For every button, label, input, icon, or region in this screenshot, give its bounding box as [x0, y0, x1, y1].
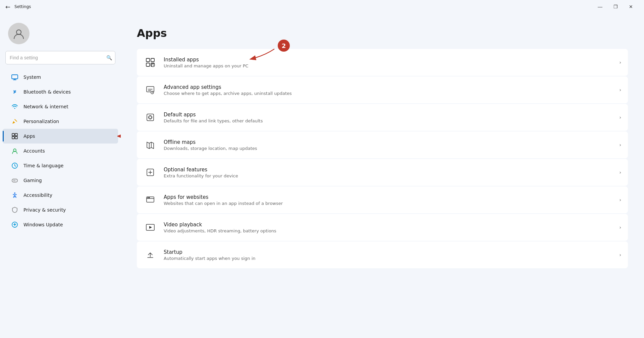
sidebar-item-gaming[interactable]: Gaming: [3, 173, 118, 188]
advanced-app-icon: [144, 83, 157, 97]
titlebar: ← Settings — ❐ ✕: [0, 0, 644, 13]
sidebar-item-system[interactable]: System: [3, 70, 118, 84]
advanced-app-text: Advanced app settings Choose where to ge…: [164, 84, 612, 96]
maximize-button[interactable]: ❐: [608, 0, 623, 13]
svg-rect-11: [12, 179, 17, 182]
personalization-label: Personalization: [23, 119, 59, 124]
default-apps-chevron: ›: [619, 115, 621, 120]
system-icon: [11, 73, 19, 81]
settings-item-advanced[interactable]: Advanced app settings Choose where to ge…: [137, 76, 628, 103]
default-apps-icon: [144, 111, 157, 124]
avatar[interactable]: [8, 23, 30, 44]
svg-rect-3: [12, 133, 14, 136]
advanced-app-chevron: ›: [619, 87, 621, 93]
settings-item-installed-apps[interactable]: Installed apps Uninstall and manage apps…: [137, 49, 628, 76]
settings-item-apps-for-websites[interactable]: Apps for websites Websites that can open…: [137, 186, 628, 213]
settings-item-startup[interactable]: Startup Automatically start apps when yo…: [137, 241, 628, 268]
svg-point-13: [14, 192, 15, 194]
sidebar-apps-wrapper: Apps 1: [0, 129, 121, 144]
startup-title: Startup: [164, 249, 612, 255]
offline-maps-icon: [144, 138, 157, 152]
accessibility-label: Accessibility: [23, 192, 52, 198]
installed-apps-desc: Uninstall and manage apps on your PC: [164, 63, 612, 68]
sidebar-item-apps[interactable]: Apps: [3, 129, 118, 144]
settings-item-optional-features[interactable]: Optional features Extra functionality fo…: [137, 159, 628, 186]
apps-label: Apps: [23, 133, 35, 139]
apps-for-websites-desc: Websites that can open in an app instead…: [164, 201, 612, 206]
system-label: System: [23, 74, 41, 80]
search-box: 🔍: [5, 51, 115, 64]
sidebar-item-privacy[interactable]: Privacy & security: [3, 203, 118, 217]
settings-list: Installed apps Uninstall and manage apps…: [137, 49, 628, 268]
startup-chevron: ›: [619, 252, 621, 258]
svg-rect-15: [146, 58, 150, 62]
advanced-app-desc: Choose where to get apps, archive apps, …: [164, 91, 612, 96]
update-icon: [11, 221, 19, 229]
svg-point-12: [15, 180, 16, 181]
app-body: 🔍 System Bl: [0, 13, 644, 338]
video-playback-desc: Video adjustments, HDR streaming, batter…: [164, 228, 612, 233]
network-label: Network & internet: [23, 104, 68, 109]
video-playback-chevron: ›: [619, 225, 621, 230]
offline-maps-text: Offline maps Downloads, storage location…: [164, 139, 612, 151]
installed-apps-title: Installed apps: [164, 57, 612, 63]
optional-features-icon: [144, 166, 157, 179]
apps-for-websites-title: Apps for websites: [164, 194, 612, 200]
installed-apps-icon: [144, 56, 157, 69]
app-title: Settings: [14, 4, 31, 9]
gaming-icon: [11, 176, 19, 184]
page-title: Apps: [137, 27, 628, 40]
svg-rect-17: [146, 63, 150, 66]
apps-for-websites-text: Apps for websites Websites that can open…: [164, 194, 612, 206]
profile-section: [0, 19, 121, 51]
personalization-icon: [11, 117, 19, 125]
accounts-label: Accounts: [23, 148, 45, 154]
bluetooth-icon: [11, 88, 19, 96]
startup-desc: Automatically start apps when you sign i…: [164, 256, 612, 261]
default-apps-desc: Defaults for file and link types, other …: [164, 118, 612, 123]
gaming-label: Gaming: [23, 178, 42, 183]
back-button[interactable]: ←: [5, 3, 10, 10]
sidebar-item-bluetooth[interactable]: Bluetooth & devices: [3, 84, 118, 99]
network-icon: [11, 103, 19, 111]
offline-maps-desc: Downloads, storage location, map updates: [164, 146, 612, 151]
apps-for-websites-chevron: ›: [619, 197, 621, 203]
default-apps-title: Default apps: [164, 112, 612, 118]
sidebar-item-time[interactable]: Time & language: [3, 158, 118, 173]
optional-features-desc: Extra functionality for your device: [164, 173, 612, 178]
svg-point-0: [16, 30, 21, 35]
svg-marker-30: [149, 226, 152, 229]
accounts-icon: [11, 147, 19, 155]
privacy-icon: [11, 206, 19, 214]
search-icon: 🔍: [106, 55, 112, 60]
sidebar-nav: System Bluetooth & devices: [0, 70, 121, 232]
advanced-app-title: Advanced app settings: [164, 84, 612, 90]
bluetooth-label: Bluetooth & devices: [23, 89, 71, 95]
sidebar-item-update[interactable]: Windows Update: [3, 217, 118, 232]
svg-rect-23: [147, 114, 154, 121]
settings-item-video-playback[interactable]: Video playback Video adjustments, HDR st…: [137, 214, 628, 241]
search-input[interactable]: [5, 51, 115, 64]
sidebar-item-network[interactable]: Network & internet: [3, 99, 118, 114]
video-playback-text: Video playback Video adjustments, HDR st…: [164, 222, 612, 233]
optional-features-title: Optional features: [164, 167, 612, 173]
minimize-button[interactable]: —: [592, 0, 608, 13]
apps-for-websites-icon: [144, 193, 157, 207]
settings-item-default-apps[interactable]: Default apps Defaults for file and link …: [137, 104, 628, 131]
update-label: Windows Update: [23, 222, 63, 227]
sidebar-item-accessibility[interactable]: Accessibility: [3, 188, 118, 203]
sidebar-item-accounts[interactable]: Accounts: [3, 144, 118, 158]
close-button[interactable]: ✕: [623, 0, 639, 13]
installed-apps-chevron: ›: [619, 60, 621, 65]
apps-icon: [11, 132, 19, 140]
installed-apps-wrapper: Installed apps Uninstall and manage apps…: [137, 49, 628, 76]
default-apps-text: Default apps Defaults for file and link …: [164, 112, 612, 123]
sidebar-item-personalization[interactable]: Personalization: [3, 114, 118, 129]
window-controls: — ❐ ✕: [592, 0, 639, 13]
svg-rect-6: [15, 136, 17, 139]
svg-rect-1: [12, 75, 18, 79]
settings-item-offline-maps[interactable]: Offline maps Downloads, storage location…: [137, 131, 628, 158]
svg-point-27: [148, 198, 148, 198]
startup-text: Startup Automatically start apps when yo…: [164, 249, 612, 261]
svg-rect-4: [15, 133, 17, 136]
